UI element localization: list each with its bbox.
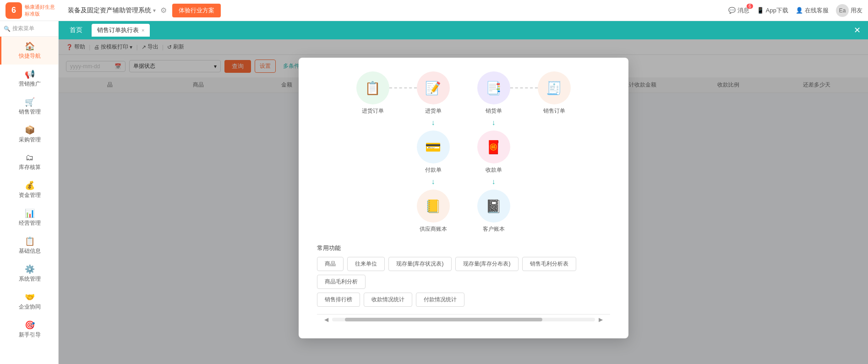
- sidebar-item-inventory[interactable]: 🗂 库存核算: [0, 148, 58, 176]
- sidebar-item-purchase[interactable]: 📦 采购管理: [0, 120, 58, 148]
- user-area[interactable]: Ea 用友: [836, 4, 863, 17]
- sales-order-label: 销售订单: [543, 107, 565, 115]
- flow-col-1: 📝 进货单 ↓ 💳 付款单 ↓: [417, 71, 450, 233]
- tab-bar: 首页 销售订单执行表 × ✕: [59, 21, 868, 39]
- sidebar-item-quick-nav[interactable]: 🏠 快捷导航: [0, 37, 58, 65]
- arrow-down-2: ↓: [431, 178, 435, 186]
- sidebar-item-enterprise[interactable]: 🤝 企业协同: [0, 288, 58, 315]
- online-service-btn[interactable]: 👤 在线客服: [796, 6, 829, 15]
- system-title-area: 装备及固定资产辅助管理系统 ▾ ⚙: [68, 6, 167, 15]
- flow-node-sales-bill[interactable]: 📑 销货单: [477, 71, 510, 115]
- arrow-0-1: [389, 87, 417, 88]
- supplier-ledger-label: 供应商账本: [420, 225, 447, 233]
- payment-label: 付款单: [425, 166, 442, 174]
- sidebar-item-finance[interactable]: 💰 资金管理: [0, 176, 58, 204]
- customer-ledger-circle: 📓: [477, 190, 510, 223]
- scroll-thumb: [345, 318, 542, 321]
- func-btn-sales-rank[interactable]: 销售排行榜: [317, 293, 360, 307]
- download-icon: 📱: [757, 7, 764, 14]
- arrow-down-3: ↓: [492, 119, 496, 127]
- message-icon: 💬: [728, 7, 736, 14]
- purchase-icon: 📦: [25, 125, 35, 135]
- flow-node-purchase-order[interactable]: 📋 进货订单: [356, 71, 389, 115]
- sidebar-item-basic-info[interactable]: 📋 基础信息: [0, 232, 58, 260]
- func-btn-partner[interactable]: 往来单位: [347, 257, 385, 271]
- sidebar-search[interactable]: 🔍 搜索菜单: [0, 21, 58, 37]
- settings-icon[interactable]: ⚙: [160, 6, 167, 15]
- message-badge: 6: [747, 4, 753, 9]
- inventory-icon: 🗂: [26, 153, 34, 163]
- sidebar-item-operations[interactable]: 📊 经营管理: [0, 204, 58, 232]
- content-area: 首页 销售订单执行表 × ✕ ❓ 帮助 |: [59, 21, 868, 364]
- tab-sales-order[interactable]: 销售订单执行表 ×: [92, 24, 150, 37]
- sidebar-item-sys-mgmt[interactable]: ⚙️ 系统管理: [0, 260, 58, 288]
- flow-node-purchase-bill[interactable]: 📝 进货单: [417, 71, 450, 115]
- sales-icon: 🛒: [25, 97, 35, 107]
- logo-text: 畅康通好生意 标准版: [25, 4, 55, 17]
- tab-home[interactable]: 首页: [62, 21, 90, 39]
- top-right-area: 💬 消息 6 📱 App下载 👤 在线客服 Ea 用友: [728, 4, 863, 17]
- search-icon: 🔍: [4, 26, 11, 32]
- receipt-circle: 🧧: [477, 130, 510, 163]
- flow-node-payment[interactable]: 💳 付款单: [417, 130, 450, 174]
- func-btn-stock-status[interactable]: 现存量(库存状况表): [388, 257, 452, 271]
- common-func-section: 常用功能 商品 往来单位 现存量(库存状况表) 现存量(库存分布表) 销售毛利分…: [317, 244, 610, 307]
- avatar: Ea: [836, 4, 849, 17]
- window-close-btn[interactable]: ✕: [850, 26, 864, 35]
- basic-info-icon: 📋: [25, 236, 35, 246]
- sys-mgmt-icon: ⚙️: [25, 264, 35, 274]
- sidebar: 🔍 搜索菜单 🏠 快捷导航 📢 营销推广 🛒 销售管理 📦 采购管理: [0, 21, 59, 364]
- message-btn[interactable]: 💬 消息 6: [728, 6, 749, 15]
- arrow-down-1: ↓: [431, 119, 435, 127]
- app-wrapper: 6 畅康通好生意 标准版 装备及固定资产辅助管理系统 ▾ ⚙ 体验行业方案 💬 …: [0, 0, 868, 364]
- func-btns-row1: 商品 往来单位 现存量(库存状况表) 现存量(库存分布表) 销售毛利分析表 商品…: [317, 257, 610, 289]
- sidebar-item-marketing[interactable]: 📢 营销推广: [0, 65, 58, 92]
- arrow-down-4: ↓: [492, 178, 496, 186]
- finance-icon: 💰: [25, 180, 35, 190]
- func-btn-product-profit[interactable]: 商品毛利分析: [317, 275, 366, 289]
- scroll-track[interactable]: [332, 318, 595, 321]
- app-download-btn[interactable]: 📱 App下载: [757, 6, 788, 15]
- quick-nav-icon: 🏠: [25, 41, 35, 51]
- sidebar-item-sales[interactable]: 🛒 销售管理: [0, 92, 58, 120]
- flow-node-supplier-ledger[interactable]: 📒 供应商账本: [417, 190, 450, 233]
- scroll-left-btn[interactable]: ◀: [324, 316, 328, 323]
- sales-bill-circle: 📑: [477, 71, 510, 104]
- payment-circle: 💳: [417, 130, 450, 163]
- logo-area: 6 畅康通好生意 标准版: [5, 2, 64, 19]
- flow-modal: 📋 进货订单 📝: [299, 58, 628, 338]
- func-btn-receipt-stat[interactable]: 收款情况统计: [364, 293, 412, 307]
- flow-col-0: 📋 进货订单: [356, 71, 389, 115]
- sales-bill-label: 销货单: [486, 107, 502, 115]
- func-btn-product[interactable]: 商品: [317, 257, 344, 271]
- service-icon: 👤: [796, 7, 803, 14]
- tab-close-icon[interactable]: ×: [142, 27, 144, 33]
- marketing-icon: 📢: [25, 69, 35, 79]
- system-dropdown-icon[interactable]: ▾: [153, 7, 156, 14]
- purchase-order-label: 进货订单: [362, 107, 384, 115]
- enterprise-icon: 🤝: [25, 292, 35, 302]
- flow-node-customer-ledger[interactable]: 📓 客户账本: [477, 190, 510, 233]
- flow-col-2: 📑 销货单 ↓ 🧧 收款单 ↓: [477, 71, 510, 233]
- main-area: 🔍 搜索菜单 🏠 快捷导航 📢 营销推广 🛒 销售管理 📦 采购管理: [0, 21, 868, 364]
- func-btn-payment-stat[interactable]: 付款情况统计: [416, 293, 464, 307]
- page-content: ❓ 帮助 | 🖨 按模板打印 ▾ | ↗ 导出 |: [59, 39, 868, 364]
- tab-bar-right: ✕: [850, 25, 864, 35]
- flow-diagram: 📋 进货订单 📝: [317, 71, 610, 233]
- func-btns-row2: 销售排行榜 收款情况统计 付款情况统计: [317, 293, 610, 307]
- func-btn-stock-dist[interactable]: 现存量(库存分布表): [455, 257, 519, 271]
- flow-col-3: 🧾 销售订单: [538, 71, 571, 115]
- sales-order-circle: 🧾: [538, 71, 571, 104]
- supplier-ledger-circle: 📒: [417, 190, 450, 223]
- operations-icon: 📊: [25, 208, 35, 218]
- top-bar: 6 畅康通好生意 标准版 装备及固定资产辅助管理系统 ▾ ⚙ 体验行业方案 💬 …: [0, 0, 868, 21]
- purchase-order-circle: 📋: [356, 71, 389, 104]
- func-btn-sales-profit[interactable]: 销售毛利分析表: [522, 257, 576, 271]
- customer-ledger-label: 客户账本: [483, 225, 505, 233]
- system-title: 装备及固定资产辅助管理系统: [68, 6, 151, 15]
- scroll-right-btn[interactable]: ▶: [599, 316, 603, 323]
- flow-node-receipt[interactable]: 🧧 收款单: [477, 130, 510, 174]
- sidebar-item-newbie[interactable]: 🎯 新手引导: [0, 315, 58, 343]
- trial-button[interactable]: 体验行业方案: [172, 4, 221, 17]
- flow-node-sales-order[interactable]: 🧾 销售订单: [538, 71, 571, 115]
